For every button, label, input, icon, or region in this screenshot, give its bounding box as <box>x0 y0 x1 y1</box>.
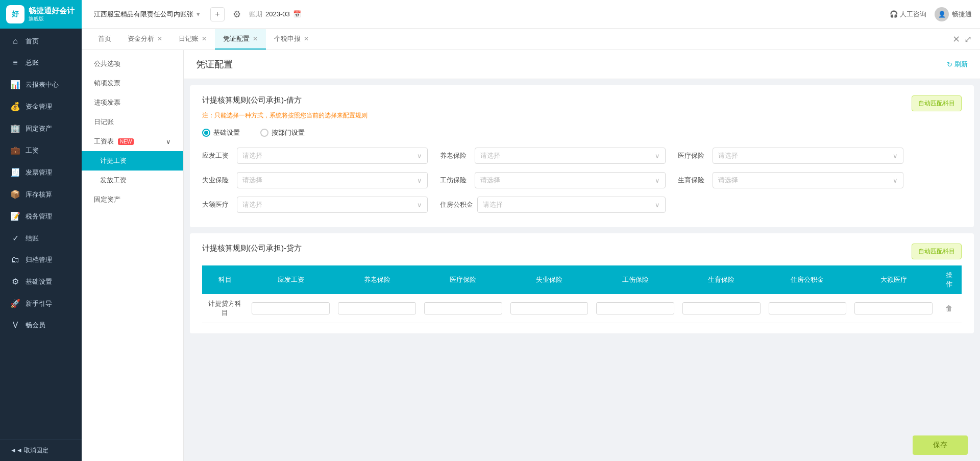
col-action: 操作 <box>937 265 962 294</box>
input-sybx[interactable] <box>510 302 589 314</box>
tab-diary-close[interactable]: ✕ <box>202 35 207 42</box>
period-selector[interactable]: 账期 2023-03 📅 <box>249 10 301 19</box>
sidebar-item-member[interactable]: V 畅会员 <box>0 314 82 336</box>
select-yfgz[interactable]: 请选择 ∨ <box>237 148 428 164</box>
sidebar-item-basic[interactable]: ⚙ 基础设置 <box>0 271 82 293</box>
service-button[interactable]: 🎧 人工咨询 <box>890 10 926 19</box>
left-item-purchase[interactable]: 进项发票 <box>82 93 183 112</box>
avatar-icon: 👤 <box>938 11 946 18</box>
radio-basic-circle <box>202 129 210 137</box>
left-item-pay-salary[interactable]: 发放工资 <box>82 171 183 190</box>
logo-subtitle: 旗舰版 <box>29 15 75 22</box>
basic-icon: ⚙ <box>10 277 20 286</box>
tab-home[interactable]: 首页 <box>90 29 119 50</box>
select-ylbx[interactable]: 请选择 ∨ <box>475 148 666 164</box>
input-sybx2[interactable] <box>682 302 761 314</box>
tab-tax-close[interactable]: ✕ <box>304 35 309 42</box>
left-item-sales[interactable]: 销项发票 <box>82 74 183 93</box>
table-row: 计提贷方科目 <box>202 294 962 323</box>
sidebar-item-closing[interactable]: ✓ 结账 <box>0 227 82 249</box>
tab-diary[interactable]: 日记账 ✕ <box>170 29 215 50</box>
left-item-diary[interactable]: 日记账 <box>82 112 183 132</box>
user-menu[interactable]: 👤 畅捷通 <box>935 7 972 21</box>
save-button[interactable]: 保存 <box>913 435 968 455</box>
input-ylbx[interactable] <box>338 302 416 314</box>
sidebar-label-reports: 云报表中心 <box>26 80 59 89</box>
tax-icon: 📝 <box>10 211 20 221</box>
col-sybx2: 生育保险 <box>678 265 765 294</box>
home-icon: ⌂ <box>10 37 20 46</box>
logo-title: 畅捷通好会计 <box>29 6 75 15</box>
select-ylbx2[interactable]: 请选择 ∨ <box>713 148 903 164</box>
radio-by-dept[interactable]: 按部门设置 <box>260 128 305 137</box>
sidebar-item-home[interactable]: ⌂ 首页 <box>0 31 82 52</box>
assets-icon: 🏢 <box>10 124 20 133</box>
company-selector[interactable]: 江西服宝精品有限责任公司内账张 ▾ <box>90 8 204 21</box>
cell-yfgz-val <box>248 294 334 323</box>
radio-basic[interactable]: 基础设置 <box>202 128 240 137</box>
input-ylbx2[interactable] <box>424 302 502 314</box>
select-sybx2[interactable]: 请选择 ∨ <box>713 172 903 188</box>
delete-row-icon[interactable]: 🗑 <box>945 304 952 312</box>
select-gsbx[interactable]: 请选择 ∨ <box>475 172 666 188</box>
col-yfgz: 应发工资 <box>248 265 334 294</box>
calendar-icon[interactable]: 📅 <box>293 10 301 18</box>
sidebar-item-assets[interactable]: 🏢 固定资产 <box>0 117 82 139</box>
field-zfgjj: 住房公积金 请选择 ∨ <box>440 197 666 213</box>
input-gsbx[interactable] <box>596 302 674 314</box>
sidebar-item-guide[interactable]: 🚀 新手引导 <box>0 293 82 314</box>
save-bar: 保存 <box>900 429 980 461</box>
sidebar-item-salary[interactable]: 💼 工资 <box>0 139 82 161</box>
avatar: 👤 <box>935 7 949 21</box>
cell-sybx-val <box>506 294 593 323</box>
field-label-gsbx: 工伤保险 <box>440 176 471 185</box>
credit-auto-match-button[interactable]: 自动匹配科目 <box>912 244 962 259</box>
select-sybx[interactable]: 请选择 ∨ <box>237 172 428 188</box>
select-zfgjj-placeholder: 请选择 <box>483 200 503 209</box>
select-dayl[interactable]: 请选择 ∨ <box>237 197 428 213</box>
tab-voucher-config[interactable]: 凭证配置 ✕ <box>215 29 266 50</box>
debit-auto-match-button[interactable]: 自动匹配科目 <box>912 95 962 111</box>
sidebar-item-invoice[interactable]: 🧾 发票管理 <box>0 161 82 183</box>
tab-funds[interactable]: 资金分析 ✕ <box>119 29 170 50</box>
cancel-fixed-button[interactable]: ◄◄ 取消固定 <box>0 440 82 461</box>
left-item-salary-table[interactable]: 工资表 NEW ∨ <box>82 132 183 151</box>
sidebar-label-home: 首页 <box>26 37 39 46</box>
left-item-public[interactable]: 公共选项 <box>82 54 183 74</box>
settings-icon[interactable]: ⚙ <box>231 7 243 22</box>
sidebar-item-ledger[interactable]: ≡ 总账 <box>0 52 82 74</box>
expand-icon[interactable]: ⤢ <box>964 34 972 45</box>
logo-text-block: 畅捷通好会计 旗舰版 <box>29 6 75 22</box>
invoice-icon: 🧾 <box>10 167 20 177</box>
sidebar-item-archive[interactable]: 🗂 归档管理 <box>0 249 82 271</box>
tab-home-label: 首页 <box>98 34 111 43</box>
refresh-icon: ↻ <box>947 61 952 68</box>
tab-funds-close[interactable]: ✕ <box>157 35 162 42</box>
sidebar-item-reports[interactable]: 📊 云报表中心 <box>0 74 82 95</box>
input-zfgjj[interactable] <box>769 302 847 314</box>
tab-tax-report[interactable]: 个税申报 ✕ <box>266 29 317 50</box>
radio-group: 基础设置 按部门设置 <box>202 128 903 137</box>
field-dayl: 大额医疗 请选择 ∨ <box>202 197 428 213</box>
sidebar-item-funds[interactable]: 💰 资金管理 <box>0 95 82 117</box>
add-account-button[interactable]: + <box>210 7 225 21</box>
select-zfgjj[interactable]: 请选择 ∨ <box>477 197 666 213</box>
tab-voucher-close[interactable]: ✕ <box>253 35 258 42</box>
refresh-button[interactable]: ↻ 刷新 <box>947 60 968 69</box>
select-dayl-placeholder: 请选择 <box>242 200 262 209</box>
tab-tax-label: 个税申报 <box>274 34 301 43</box>
close-window-icon[interactable]: ✕ <box>952 34 960 45</box>
input-yfgz[interactable] <box>252 302 330 314</box>
sidebar-label-archive: 归档管理 <box>26 255 52 264</box>
topbar-right: 🎧 人工咨询 👤 畅捷通 <box>890 7 972 21</box>
sidebar-item-tax[interactable]: 📝 税务管理 <box>0 205 82 227</box>
left-item-calc-salary[interactable]: 计提工资 <box>82 151 183 171</box>
left-item-fixed-assets[interactable]: 固定资产 <box>82 190 183 209</box>
credit-section-title: 计提核算规则(公司承担)-贷方 <box>202 244 302 253</box>
input-dayl[interactable] <box>854 302 933 314</box>
sidebar-item-inventory[interactable]: 📦 库存核算 <box>0 183 82 205</box>
left-item-sales-label: 销项发票 <box>94 79 120 88</box>
salary-icon: 💼 <box>10 145 20 155</box>
reports-icon: 📊 <box>10 80 20 89</box>
debit-fields-grid: 应发工资 请选择 ∨ 养老保险 请选择 ∨ <box>202 148 903 213</box>
